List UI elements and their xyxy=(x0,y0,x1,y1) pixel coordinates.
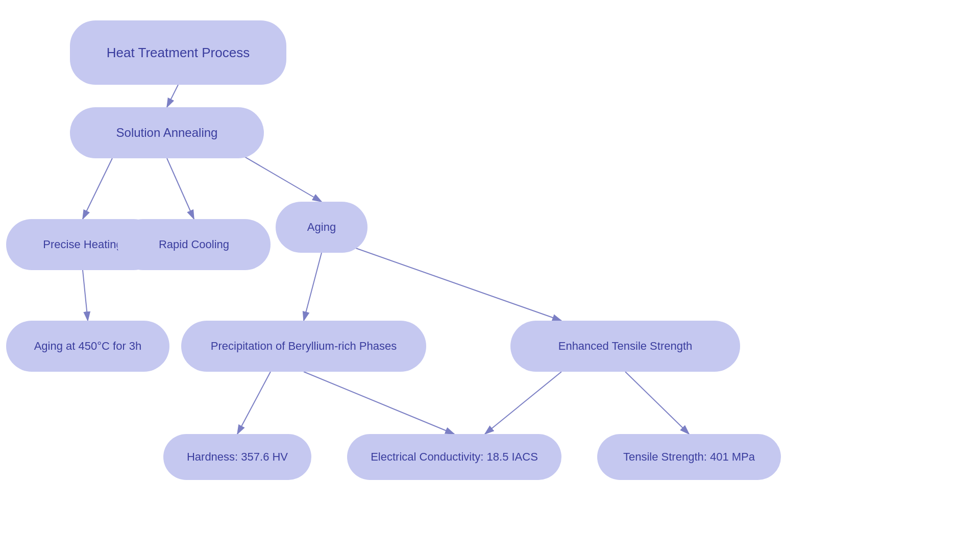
svg-line-10 xyxy=(485,372,561,434)
node-hardness-label: Hardness: 357.6 HV xyxy=(187,450,288,464)
node-tensile-val-label: Tensile Strength: 401 MPa xyxy=(623,450,755,464)
node-root-label: Heat Treatment Process xyxy=(107,45,250,61)
svg-line-2 xyxy=(83,158,112,219)
svg-line-6 xyxy=(304,253,322,321)
node-solution-label: Solution Annealing xyxy=(116,126,218,140)
diagram-container: Heat Treatment Process Solution Annealin… xyxy=(0,0,980,553)
node-solution-annealing: Solution Annealing xyxy=(70,107,264,158)
node-rapid-cooling: Rapid Cooling xyxy=(117,219,271,270)
node-enhanced-tensile: Enhanced Tensile Strength xyxy=(510,321,740,372)
svg-line-9 xyxy=(304,372,454,434)
node-aging-label: Aging xyxy=(307,221,336,234)
node-rapid-label: Rapid Cooling xyxy=(159,238,229,251)
node-tensile-strength-value: Tensile Strength: 401 MPa xyxy=(597,434,781,480)
node-aging-detail: Aging at 450°C for 3h xyxy=(6,321,169,372)
node-precipitation-label: Precipitation of Beryllium-rich Phases xyxy=(211,340,397,353)
node-heat-treatment: Heat Treatment Process xyxy=(70,20,286,85)
svg-line-5 xyxy=(83,270,88,321)
node-aging-detail-label: Aging at 450°C for 3h xyxy=(34,340,142,353)
svg-line-3 xyxy=(167,158,194,219)
node-precipitation: Precipitation of Beryllium-rich Phases xyxy=(181,321,426,372)
node-aging: Aging xyxy=(276,202,368,253)
svg-line-8 xyxy=(237,372,271,434)
node-hardness: Hardness: 357.6 HV xyxy=(163,434,311,480)
node-precise-label: Precise Heating xyxy=(43,238,122,251)
node-electrical-conductivity: Electrical Conductivity: 18.5 IACS xyxy=(347,434,561,480)
svg-line-11 xyxy=(625,372,689,434)
node-conductivity-label: Electrical Conductivity: 18.5 IACS xyxy=(371,450,538,464)
node-tensile-label: Enhanced Tensile Strength xyxy=(558,340,693,353)
svg-line-7 xyxy=(347,245,561,321)
svg-line-1 xyxy=(167,85,178,107)
